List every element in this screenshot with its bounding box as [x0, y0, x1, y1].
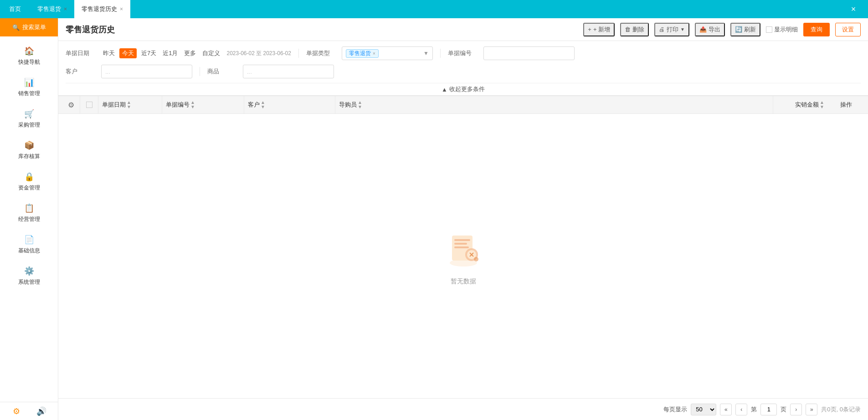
- collapse-button[interactable]: ▲ 收起更多条件: [66, 83, 861, 95]
- export-button[interactable]: 📤 导出: [695, 23, 725, 36]
- next-page-button[interactable]: ›: [790, 404, 802, 415]
- sidebar-search-label: 搜索菜单: [22, 23, 46, 31]
- sidebar-item-purchase[interactable]: 🛒 采购管理: [0, 103, 58, 134]
- new-button[interactable]: + + 新增: [583, 23, 615, 36]
- display-toggle: 显示明细: [766, 26, 798, 34]
- date-option-today[interactable]: 今天: [119, 48, 137, 58]
- tab-retail-return-label: 零售退货: [37, 5, 61, 13]
- tab-home[interactable]: 首页: [0, 0, 30, 18]
- delete-button[interactable]: 🗑 删除: [620, 23, 649, 36]
- guide-sort-icon[interactable]: ▲▼: [358, 100, 362, 109]
- pagination: 每页显示 50 10 20 100 « ‹ 第 页 › » 共0页, 0条记录: [58, 398, 868, 420]
- table-col-guide[interactable]: 导购员 ▲▼: [335, 96, 773, 113]
- last-page-button[interactable]: »: [806, 404, 817, 415]
- tab-retail-return-history-close[interactable]: ×: [120, 6, 123, 12]
- table-col-customer[interactable]: 客户 ▲▼: [244, 96, 335, 113]
- customer-sort-icon[interactable]: ▲▼: [261, 100, 265, 109]
- date-option-more[interactable]: 更多: [182, 48, 198, 58]
- display-label: 显示明细: [774, 26, 798, 34]
- filter-group-goods: 商品: [207, 65, 334, 78]
- select-all-checkbox[interactable]: [86, 102, 92, 108]
- system-icon: ⚙️: [24, 266, 35, 277]
- goods-filter-input[interactable]: [243, 65, 334, 78]
- filter-divider-1: [298, 49, 299, 58]
- tab-retail-return-close[interactable]: ×: [64, 6, 67, 12]
- date-sort-icon[interactable]: ▲▼: [127, 100, 131, 109]
- main-layout: 🔍 搜索菜单 🏠 快捷导航 📊 销售管理 🛒 采购管理 📦 库存核算 🔒: [0, 18, 868, 420]
- table-col-number-label: 单据编号: [166, 101, 190, 109]
- date-filter-label: 单据日期: [66, 49, 98, 57]
- sidebar-items: 🏠 快捷导航 📊 销售管理 🛒 采购管理 📦 库存核算 🔒 资金管理 📋: [0, 36, 58, 402]
- table-col-number[interactable]: 单据编号 ▲▼: [162, 96, 244, 113]
- sidebar-item-basic-info[interactable]: 📄 基础信息: [0, 229, 58, 260]
- amount-sort-icon[interactable]: ▲▼: [820, 100, 824, 109]
- number-sort-icon[interactable]: ▲▼: [190, 100, 195, 109]
- table-settings-icon[interactable]: ⚙: [68, 101, 74, 109]
- refresh-label: 刷新: [744, 26, 756, 34]
- page-input[interactable]: [760, 404, 777, 415]
- per-page-label: 每页显示: [663, 405, 687, 414]
- tab-bar: 首页 零售退货 × 零售退货历史 ×: [0, 0, 846, 18]
- sidebar-item-inventory-label: 库存核算: [18, 153, 40, 160]
- new-label: + 新增: [593, 26, 610, 34]
- query-button[interactable]: 查询: [803, 23, 830, 36]
- display-checkbox[interactable]: [766, 26, 772, 33]
- type-tag-value: 零售退货: [349, 50, 371, 57]
- type-selector[interactable]: 零售退货 × ▼: [342, 46, 433, 60]
- table-col-settings[interactable]: ⚙: [62, 96, 80, 113]
- page-title: 零售退货历史: [66, 24, 115, 35]
- sidebar-item-inventory[interactable]: 📦 库存核算: [0, 134, 58, 166]
- table-col-guide-label: 导购员: [339, 101, 357, 109]
- page-label: 第: [751, 405, 757, 414]
- sidebar-item-system[interactable]: ⚙️ 系统管理: [0, 260, 58, 292]
- empty-text: 暂无数据: [451, 277, 476, 286]
- type-tag: 零售退货 ×: [346, 49, 379, 58]
- tab-retail-return-history[interactable]: 零售退货历史 ×: [74, 0, 130, 18]
- table-area: ⚙ 单据日期 ▲▼ 单据编号 ▲▼ 客: [58, 96, 868, 398]
- svg-point-9: [474, 257, 478, 261]
- sidebar: 🔍 搜索菜单 🏠 快捷导航 📊 销售管理 🛒 采购管理 📦 库存核算 🔒: [0, 18, 58, 420]
- table-col-amount[interactable]: 实销金额 ▲▼: [773, 96, 828, 113]
- date-option-yesterday[interactable]: 昨天: [101, 48, 117, 58]
- inventory-icon: 📦: [24, 140, 35, 151]
- setting-button[interactable]: 设置: [835, 23, 861, 36]
- print-button[interactable]: 🖨 打印 ▼: [654, 23, 689, 36]
- date-option-7days[interactable]: 近7天: [139, 48, 158, 58]
- tab-retail-return-history-label: 零售退货历史: [82, 5, 117, 13]
- table-col-checkbox[interactable]: [80, 96, 98, 113]
- table-col-customer-label: 客户: [248, 101, 260, 109]
- sidebar-item-finance[interactable]: 🔒 资金管理: [0, 166, 58, 197]
- tab-retail-return[interactable]: 零售退货 ×: [30, 0, 74, 18]
- sidebar-item-quick-nav-label: 快捷导航: [18, 58, 40, 66]
- number-filter-input[interactable]: [483, 46, 575, 60]
- top-bar: 首页 零售退货 × 零售退货历史 × ×: [0, 0, 868, 18]
- home-icon: 🏠: [24, 46, 35, 56]
- window-close-button[interactable]: ×: [846, 2, 861, 16]
- sidebar-bottom: ⚙ 🔊: [0, 402, 58, 420]
- sidebar-search[interactable]: 🔍 搜索菜单: [0, 18, 58, 36]
- type-tag-close[interactable]: ×: [373, 51, 375, 56]
- page-unit: 页: [781, 405, 786, 414]
- content-area: 零售退货历史 + + 新增 🗑 删除 🖨 打印 ▼ 📤 导出: [58, 18, 868, 420]
- svg-rect-2: [454, 239, 470, 241]
- first-page-button[interactable]: «: [720, 404, 732, 415]
- audio-bottom-icon[interactable]: 🔊: [35, 405, 48, 418]
- prev-page-button[interactable]: ‹: [735, 404, 747, 415]
- type-dropdown-icon: ▼: [423, 50, 429, 56]
- svg-rect-3: [454, 243, 467, 245]
- collapse-icon: ▲: [442, 86, 447, 93]
- table-col-date[interactable]: 单据日期 ▲▼: [98, 96, 162, 113]
- collapse-label: 收起更多条件: [449, 85, 485, 93]
- basic-info-icon: 📄: [24, 234, 35, 245]
- date-option-custom[interactable]: 自定义: [200, 48, 222, 58]
- sidebar-item-operation[interactable]: 📋 经营管理: [0, 197, 58, 229]
- page-header: 零售退货历史 + + 新增 🗑 删除 🖨 打印 ▼ 📤 导出: [58, 18, 868, 41]
- empty-state: 暂无数据: [58, 114, 868, 398]
- settings-bottom-icon[interactable]: ⚙: [10, 405, 23, 418]
- sidebar-item-sales[interactable]: 📊 销售管理: [0, 72, 58, 103]
- per-page-select[interactable]: 50 10 20 100: [691, 404, 716, 415]
- customer-filter-input[interactable]: [101, 65, 192, 78]
- refresh-button[interactable]: 🔄 刷新: [730, 23, 760, 36]
- sidebar-item-quick-nav[interactable]: 🏠 快捷导航: [0, 40, 58, 72]
- date-option-1month[interactable]: 近1月: [161, 48, 180, 58]
